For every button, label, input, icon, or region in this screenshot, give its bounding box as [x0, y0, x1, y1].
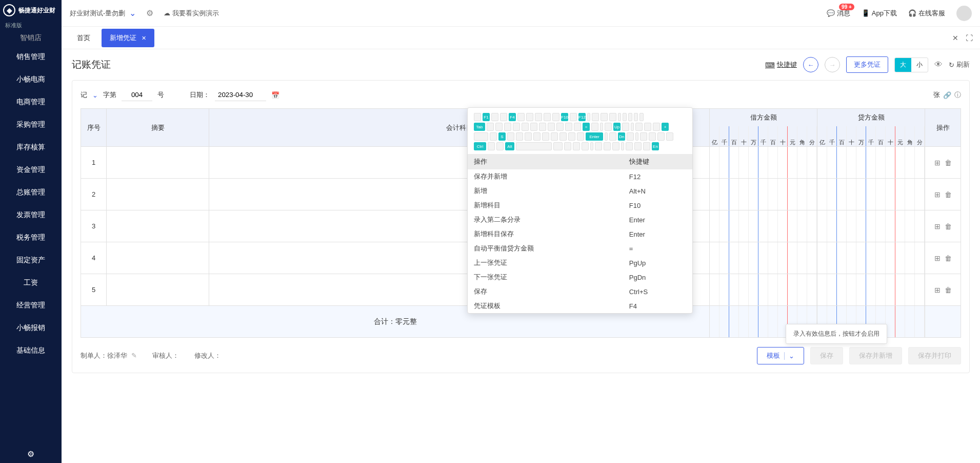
sidebar-item[interactable]: 采购管理 [0, 113, 62, 136]
delete-row-icon[interactable]: 🗑 [945, 190, 952, 199]
key [592, 113, 599, 121]
credit-cell[interactable] [817, 210, 925, 242]
prev-voucher-button[interactable]: ← [803, 57, 818, 72]
add-row-icon[interactable]: ⊞ [934, 159, 941, 167]
sidebar-item[interactable]: 小畅报销 [0, 317, 62, 339]
logo-icon: ◆ [3, 4, 15, 16]
key [639, 113, 644, 121]
debit-cell[interactable] [710, 242, 817, 274]
key [634, 142, 642, 150]
save-and-print-button[interactable]: 保存并打印 [908, 347, 961, 364]
project-selector[interactable]: 好业财测试-量勿删 ⌄ [70, 8, 136, 18]
sidebar-item[interactable]: 发票管理 [0, 204, 62, 226]
key: Alt [505, 142, 514, 150]
avatar[interactable] [956, 6, 972, 21]
voucher-number-input[interactable] [122, 89, 152, 101]
credit-cell[interactable] [817, 242, 925, 274]
key: Up [613, 123, 621, 131]
sidebar-item[interactable]: 工资 [0, 272, 62, 294]
key [565, 123, 572, 131]
save-button[interactable]: 保存 [810, 347, 843, 364]
add-row-icon[interactable]: ⊞ [934, 190, 941, 199]
size-small[interactable]: 小 [911, 58, 928, 72]
app-download-button[interactable]: 📱 App下载 [862, 9, 897, 18]
save-tooltip: 录入有效信息后，按钮才会启用 [786, 324, 887, 344]
suffix-label: 号 [157, 90, 164, 100]
debit-cell[interactable] [710, 179, 817, 210]
add-row-icon[interactable]: ⊞ [934, 254, 941, 262]
gear-icon[interactable]: ⚙ [0, 445, 62, 463]
credit-cell[interactable] [817, 179, 925, 210]
add-row-icon[interactable]: ⊞ [934, 222, 941, 230]
summary-cell[interactable] [107, 210, 209, 242]
key [631, 123, 634, 131]
sidebar-item[interactable]: 基础信息 [0, 339, 62, 362]
add-row-icon[interactable]: ⊞ [934, 286, 941, 294]
sidebar-item[interactable]: 固定资产 [0, 249, 62, 272]
key [530, 123, 537, 131]
delete-row-icon[interactable]: 🗑 [945, 254, 952, 262]
template-button[interactable]: 模板⌄ [757, 347, 804, 364]
debit-cell[interactable] [710, 147, 817, 179]
sidebar-item[interactable]: 小畅电商 [0, 68, 62, 91]
attachment-icon[interactable]: 🔗 [943, 91, 951, 99]
col-op: 操作 [925, 109, 961, 147]
sidebar-item[interactable]: 销售管理 [0, 46, 62, 68]
credit-cell[interactable] [817, 147, 925, 179]
settings-icon[interactable]: ⚙ [146, 8, 153, 18]
summary-cell[interactable] [107, 274, 209, 306]
delete-row-icon[interactable]: 🗑 [945, 286, 952, 294]
key [553, 142, 563, 150]
key [559, 132, 567, 141]
size-toggle: 大 小 [894, 57, 928, 72]
delete-row-icon[interactable]: 🗑 [945, 159, 952, 167]
shortcut-row: 下一张凭证PgDn [468, 270, 692, 284]
sidebar-item[interactable]: 资金管理 [0, 159, 62, 181]
key [564, 142, 571, 150]
credit-cell[interactable] [817, 274, 925, 306]
summary-cell[interactable] [107, 242, 209, 274]
messages-button[interactable]: 💬 消息 99 + [827, 9, 850, 18]
tab-new-voucher[interactable]: 新增凭证 ✕ [102, 29, 154, 47]
debit-cell[interactable] [710, 210, 817, 242]
debit-cell[interactable] [710, 274, 817, 306]
date-input[interactable] [215, 89, 266, 101]
info-icon[interactable]: ⓘ [954, 90, 961, 100]
customer-service-button[interactable]: 🎧 在线客服 [908, 9, 945, 18]
key: = [583, 123, 590, 131]
key [622, 123, 629, 131]
size-large[interactable]: 大 [895, 58, 911, 72]
shortcut-link[interactable]: ⌨ 快捷键 [765, 60, 797, 69]
col-seq: 序号 [81, 109, 107, 147]
close-icon[interactable]: ✕ [142, 35, 146, 41]
summary-cell[interactable] [107, 179, 209, 210]
sidebar-item[interactable]: 总账管理 [0, 181, 62, 204]
key: En [652, 142, 659, 150]
summary-cell[interactable] [107, 147, 209, 179]
delete-row-icon[interactable]: 🗑 [945, 222, 952, 230]
calendar-icon[interactable]: 📅 [271, 91, 279, 99]
key [635, 132, 638, 141]
sidebar-item-partial[interactable]: 智销店 [0, 30, 62, 46]
sidebar-item[interactable]: 税务管理 [0, 226, 62, 249]
key [590, 142, 593, 150]
demo-link[interactable]: ☁ 我要看实例演示 [164, 9, 219, 18]
chevron-down-icon[interactable]: ⌄ [92, 91, 98, 99]
keyboard-icon: ⌨ [765, 61, 775, 69]
refresh-button[interactable]: ↻ 刷新 [949, 60, 970, 69]
fullscreen-icon[interactable]: ⛶ [966, 34, 973, 42]
keyboard-diagram: F1F4F10F12Tab=Up+SEnterDnCtrlAltEn [468, 108, 692, 154]
word-label: 字第 [103, 90, 116, 100]
edit-icon[interactable]: ✎ [131, 352, 137, 359]
sidebar-item[interactable]: 经营管理 [0, 294, 62, 317]
key [601, 113, 608, 121]
sidebar-item[interactable]: 电商管理 [0, 91, 62, 113]
next-voucher-button[interactable]: → [825, 57, 840, 72]
more-vouchers-button[interactable]: 更多凭证 [846, 56, 888, 73]
eye-icon[interactable]: 👁 [934, 60, 943, 69]
sc-col-op: 操作 [468, 154, 623, 169]
close-all-icon[interactable]: ✕ [952, 34, 958, 42]
sidebar-item[interactable]: 库存核算 [0, 136, 62, 159]
tab-home[interactable]: 首页 [69, 29, 98, 47]
save-and-new-button[interactable]: 保存并新增 [849, 347, 902, 364]
